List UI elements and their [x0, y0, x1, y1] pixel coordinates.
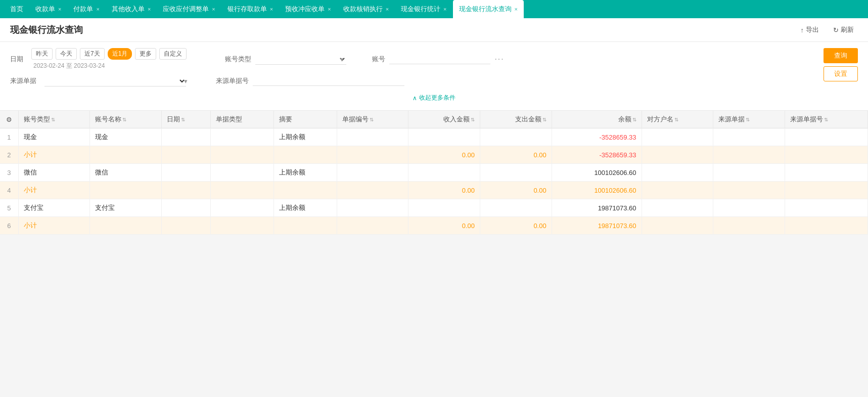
sort-icon[interactable]: ⇅: [746, 117, 750, 122]
sort-icon[interactable]: ⇅: [824, 117, 828, 122]
close-icon[interactable]: ×: [96, 0, 99, 18]
source-doc-no-group: 来源单据号: [216, 76, 404, 86]
date-yesterday[interactable]: 昨天: [31, 48, 53, 60]
sort-icon[interactable]: ⇅: [370, 117, 374, 122]
account-label: 账号: [372, 55, 385, 64]
cell-doc-no: [337, 217, 408, 235]
cell-expense: 0.00: [480, 146, 552, 164]
cell-source-doc-no: [785, 182, 867, 199]
close-icon[interactable]: ×: [443, 0, 446, 18]
cell-income: 0.00: [408, 182, 480, 199]
col-doc-no: 单据编号⇅: [337, 111, 408, 128]
cell-doc-type: [211, 182, 274, 199]
cell-account-name: [90, 182, 162, 199]
cell-source-doc-no: [785, 146, 867, 164]
close-icon[interactable]: ×: [515, 0, 518, 18]
cell-source-doc: [713, 146, 785, 164]
query-button[interactable]: 查询: [824, 48, 858, 63]
nav-tab-bank-deposit[interactable]: 银行存取款单 ×: [221, 0, 279, 18]
table-row[interactable]: 2 小计 0.00 0.00 -3528659.33: [0, 146, 868, 164]
sort-icon[interactable]: ⇅: [181, 117, 185, 122]
col-balance: 余额⇅: [552, 111, 642, 128]
source-doc-select[interactable]: [44, 75, 186, 86]
account-type-select[interactable]: [255, 54, 346, 65]
col-account-name: 账号名称⇅: [90, 111, 162, 128]
nav-tab-advance[interactable]: 预收冲应收单 ×: [279, 0, 337, 18]
cell-index: 6: [0, 217, 18, 235]
sort-icon[interactable]: ⇅: [632, 117, 636, 122]
settings-button[interactable]: 设置: [824, 66, 858, 81]
nav-tab-flow-query[interactable]: 现金银行流水查询 ×: [453, 0, 524, 18]
col-summary: 摘要: [273, 111, 337, 128]
date-custom[interactable]: 自定义: [159, 48, 187, 60]
col-expense: 支出金额⇅: [480, 111, 552, 128]
export-icon: ↑: [801, 26, 804, 34]
cell-account-type: 支付宝: [18, 199, 90, 217]
cell-counterpart: [642, 217, 713, 235]
date-options: 昨天 今天 近7天 近1月 更多 自定义: [31, 48, 187, 60]
cell-income: 0.00: [408, 217, 480, 235]
cell-index: 1: [0, 128, 18, 146]
nav-tab-payments[interactable]: 付款单 ×: [67, 0, 105, 18]
cell-balance: -3528659.33: [552, 128, 642, 146]
export-button[interactable]: ↑ 导出: [797, 23, 824, 36]
cell-account-name: 微信: [90, 164, 162, 182]
cell-source-doc-no: [785, 164, 867, 182]
cell-expense: 0.00: [480, 182, 552, 199]
page-header: 现金银行流水查询 ↑ 导出 ↻ 刷新: [0, 18, 868, 42]
date-more[interactable]: 更多: [135, 48, 156, 60]
cell-income: 0.00: [408, 146, 480, 164]
sort-icon[interactable]: ⇅: [471, 117, 475, 122]
cell-counterpart: [642, 182, 713, 199]
nav-tab-receipts[interactable]: 收款单 ×: [29, 0, 67, 18]
cell-source-doc: [713, 217, 785, 235]
right-buttons: 查询 设置: [824, 48, 858, 81]
refresh-button[interactable]: ↻ 刷新: [829, 23, 858, 36]
cell-balance: -3528659.33: [552, 146, 642, 164]
close-icon[interactable]: ×: [270, 0, 273, 18]
cell-doc-no: [337, 182, 408, 199]
cell-counterpart: [642, 128, 713, 146]
nav-tab-stats[interactable]: 现金银行统计 ×: [395, 0, 452, 18]
table-row[interactable]: 1 现金 现金 上期余额 -3528659.33: [0, 128, 868, 146]
source-doc-no-input[interactable]: [253, 76, 404, 86]
nav-tab-verify[interactable]: 收款核销执行 ×: [337, 0, 395, 18]
close-icon[interactable]: ×: [386, 0, 389, 18]
cell-source-doc: [713, 128, 785, 146]
cell-summary: 上期余额: [273, 164, 337, 182]
date-7days[interactable]: 近7天: [80, 48, 105, 60]
nav-home[interactable]: 首页: [4, 0, 29, 18]
data-table: ⚙ 账号类型⇅ 账号名称⇅ 日期⇅ 单据类型 摘要 单据编号⇅: [0, 111, 868, 235]
table-row[interactable]: 6 小计 0.00 0.00 19871073.60: [0, 217, 868, 235]
date-1month[interactable]: 近1月: [108, 48, 132, 60]
close-icon[interactable]: ×: [212, 0, 215, 18]
nav-tab-other-income[interactable]: 其他收入单 ×: [106, 0, 157, 18]
cell-doc-type: [211, 217, 274, 235]
cell-income: [408, 128, 480, 146]
table-row[interactable]: 5 支付宝 支付宝 上期余额 19871073.60: [0, 199, 868, 217]
close-icon[interactable]: ×: [328, 0, 331, 18]
cell-counterpart: [642, 199, 713, 217]
sort-icon[interactable]: ⇅: [674, 117, 678, 122]
date-range-display: 2023-02-24 至 2023-03-24: [33, 62, 187, 70]
sort-icon[interactable]: ⇅: [51, 117, 55, 122]
table-row[interactable]: 3 微信 微信 上期余额 100102606.60: [0, 164, 868, 182]
account-dots-button[interactable]: ···: [494, 55, 504, 64]
cell-summary: 上期余额: [273, 199, 337, 217]
sort-icon[interactable]: ⇅: [542, 117, 546, 122]
close-icon[interactable]: ×: [58, 0, 61, 18]
cell-income: [408, 199, 480, 217]
date-filter-label: 日期: [10, 55, 23, 64]
sort-icon[interactable]: ⇅: [122, 117, 126, 122]
nav-tab-ar-adjustment[interactable]: 应收应付调整单 ×: [157, 0, 221, 18]
cell-account-type: 微信: [18, 164, 90, 182]
collapse-bar[interactable]: ∧ 收起更多条件: [10, 92, 858, 104]
cell-account-name: 支付宝: [90, 199, 162, 217]
date-today[interactable]: 今天: [56, 48, 77, 60]
cell-balance: 100102606.60: [552, 182, 642, 199]
table-row[interactable]: 4 小计 0.00 0.00 100102606.60: [0, 182, 868, 199]
account-input[interactable]: [389, 54, 490, 64]
close-icon[interactable]: ×: [148, 0, 151, 18]
gear-icon[interactable]: ⚙: [6, 116, 12, 123]
cell-account-type: 小计: [18, 217, 90, 235]
